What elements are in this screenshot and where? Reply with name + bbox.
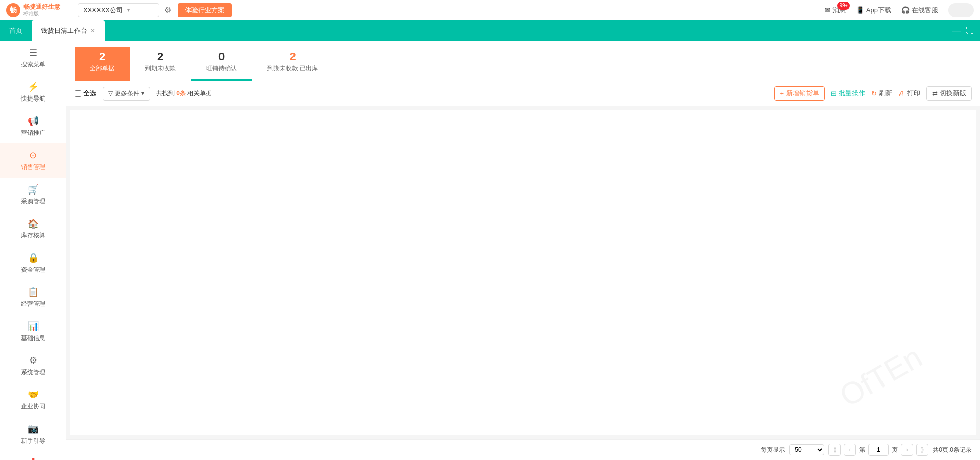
sidebar-item-purchase[interactable]: 🛒 采购管理 <box>0 178 66 212</box>
switch-label: 切换新版 <box>940 89 966 98</box>
sidebar-label-system: 系统管理 <box>21 368 45 377</box>
tab-maximize-btn[interactable]: ⛶ <box>966 26 974 35</box>
next-page-btn[interactable]: › <box>901 444 913 456</box>
sidebar-item-search[interactable]: ☰ 搜索菜单 <box>0 41 66 75</box>
sidebar-label-base: 基础信息 <box>21 334 45 343</box>
print-btn[interactable]: 🖨 打印 <box>898 89 920 98</box>
message-icon: ✉ <box>825 6 830 14</box>
table-area: OfTEn <box>70 110 976 435</box>
tab-bar: 首页 钱货日清工作台 ✕ — ⛶ <box>0 20 980 41</box>
per-page-select[interactable]: 10 20 50 100 <box>789 444 824 455</box>
stat-tab-overdue[interactable]: 2 到期未收款 <box>130 47 191 81</box>
online-service-btn[interactable]: 🎧 在线客服 <box>901 6 938 15</box>
tab-home[interactable]: 首页 <box>0 20 32 41</box>
found-text: 共找到 0条 相关单据 <box>156 89 212 98</box>
refresh-icon: ↻ <box>871 90 877 98</box>
enterprise-icon: 🤝 <box>28 389 39 400</box>
print-label: 打印 <box>907 89 920 98</box>
filter-btn[interactable]: ▽ 更多条件 ▾ <box>103 87 150 101</box>
stat-tab-shipped[interactable]: 2 到期未收款 已出库 <box>252 47 333 81</box>
select-all-label: 全选 <box>83 89 96 98</box>
print-icon: 🖨 <box>898 90 905 98</box>
stat-count-shipped: 2 <box>290 51 296 62</box>
switch-btn[interactable]: ⇄ 切换新版 <box>926 86 972 101</box>
table-empty <box>70 110 976 435</box>
tab-minimize-btn[interactable]: — <box>952 26 961 35</box>
sidebar-label-marketing: 营销推广 <box>21 129 45 137</box>
content-area: 2 全部单据 2 到期未收款 0 旺铺待确认 2 到期未收款 已出库 全选 <box>66 41 980 460</box>
batch-label: 批量操作 <box>839 89 865 98</box>
app-download-label: App下载 <box>866 6 891 15</box>
sidebar-item-sales[interactable]: ⊙ 销售管理 <box>0 143 66 178</box>
company-selector[interactable]: XXXXXX公司 ▾ <box>78 3 159 17</box>
stat-count-all: 2 <box>99 51 105 62</box>
switch-icon: ⇄ <box>932 90 938 98</box>
stats-tabs: 2 全部单据 2 到期未收款 0 旺铺待确认 2 到期未收款 已出库 <box>66 41 980 81</box>
tab-bar-actions: — ⛶ <box>952 26 980 35</box>
stat-label-overdue: 到期未收款 <box>145 64 176 73</box>
sidebar-label-enterprise: 企业协同 <box>21 402 45 411</box>
sidebar-item-system[interactable]: ⚙ 系统管理 <box>0 349 66 383</box>
appstore-icon: 📥 <box>28 457 39 460</box>
found-suffix: 相关单据 <box>187 90 212 97</box>
sidebar-label-sales: 销售管理 <box>21 163 45 172</box>
company-dropdown-arrow: ▾ <box>127 7 130 13</box>
sidebar-label-search: 搜索菜单 <box>21 60 45 69</box>
total-text: 共0页,0条记录 <box>933 446 972 454</box>
select-all-input[interactable] <box>75 90 81 97</box>
prev-page-btn[interactable]: ‹ <box>844 444 856 456</box>
sales-icon: ⊙ <box>29 150 37 161</box>
user-avatar-area[interactable] <box>948 3 974 17</box>
sidebar-item-appstore[interactable]: 📥 应用中心 <box>0 451 66 460</box>
first-page-btn[interactable]: ⟪ <box>828 444 841 456</box>
settings-icon[interactable]: ⚙ <box>164 5 172 15</box>
app-download-icon: 📱 <box>856 6 864 14</box>
inventory-icon: 🏠 <box>28 218 39 229</box>
sidebar-label-purchase: 采购管理 <box>21 197 45 206</box>
sidebar-item-marketing[interactable]: 📢 营销推广 <box>0 109 66 143</box>
guide-icon: 📷 <box>28 423 39 434</box>
stat-count-overdue: 2 <box>157 51 163 62</box>
sidebar-item-inventory[interactable]: 🏠 库存核算 <box>0 212 66 246</box>
pagination: 每页显示 10 20 50 100 ⟪ ‹ 第 页 › ⟫ 共0页,0条记录 <box>66 439 980 460</box>
tab-home-label: 首页 <box>9 26 22 35</box>
marketing-icon: 📢 <box>28 115 39 127</box>
message-btn[interactable]: ✉ 消息 99+ <box>825 6 846 15</box>
toolbar: 全选 ▽ 更多条件 ▾ 共找到 0条 相关单据 + 新增销货单 ⊞ 批量操作 <box>66 81 980 106</box>
company-name: XXXXXX公司 <box>83 6 123 15</box>
online-service-label: 在线客服 <box>912 6 938 15</box>
sidebar-item-enterprise[interactable]: 🤝 企业协同 <box>0 383 66 417</box>
sidebar-item-operation[interactable]: 📋 经营管理 <box>0 280 66 314</box>
per-page-label: 每页显示 <box>761 446 785 454</box>
tab-close-btn[interactable]: ✕ <box>90 27 95 34</box>
stat-label-all: 全部单据 <box>90 64 114 73</box>
filter-dropdown-icon: ▾ <box>141 90 144 97</box>
app-download-btn[interactable]: 📱 App下载 <box>856 6 891 15</box>
batch-btn[interactable]: ⊞ 批量操作 <box>831 89 865 98</box>
logo-text: 畅捷通好生意 标准版 <box>23 3 60 16</box>
tab-work[interactable]: 钱货日清工作台 ✕ <box>32 20 105 41</box>
logo-area: 畅 畅捷通好生意 标准版 <box>6 3 72 17</box>
page-input[interactable] <box>868 444 889 456</box>
refresh-btn[interactable]: ↻ 刷新 <box>871 89 892 98</box>
experience-btn[interactable]: 体验行业方案 <box>178 3 232 17</box>
sidebar: ☰ 搜索菜单 ⚡ 快捷导航 📢 营销推广 ⊙ 销售管理 🛒 采购管理 🏠 库存核… <box>0 41 66 460</box>
page-nav: ⟪ ‹ 第 页 › ⟫ <box>828 444 928 456</box>
sidebar-item-base[interactable]: 📊 基础信息 <box>0 314 66 349</box>
search-menu-icon: ☰ <box>29 47 37 58</box>
stat-tab-pending[interactable]: 0 旺铺待确认 <box>191 47 252 81</box>
sidebar-label-finance: 资金管理 <box>21 265 45 274</box>
select-all-checkbox[interactable]: 全选 <box>75 89 96 98</box>
stat-count-pending: 0 <box>218 51 225 62</box>
page-suffix: 页 <box>892 446 898 454</box>
add-sale-btn[interactable]: + 新增销货单 <box>774 86 825 101</box>
sidebar-item-shortcut[interactable]: ⚡ 快捷导航 <box>0 75 66 109</box>
tab-work-label: 钱货日清工作台 <box>41 26 87 35</box>
filter-label: 更多条件 <box>115 89 139 98</box>
sidebar-item-finance[interactable]: 🔒 资金管理 <box>0 246 66 280</box>
sidebar-label-shortcut: 快捷导航 <box>21 94 45 103</box>
headphone-icon: 🎧 <box>901 6 910 14</box>
sidebar-item-guide[interactable]: 📷 新手引导 <box>0 417 66 451</box>
stat-tab-all[interactable]: 2 全部单据 <box>75 47 130 81</box>
last-page-btn[interactable]: ⟫ <box>916 444 928 456</box>
